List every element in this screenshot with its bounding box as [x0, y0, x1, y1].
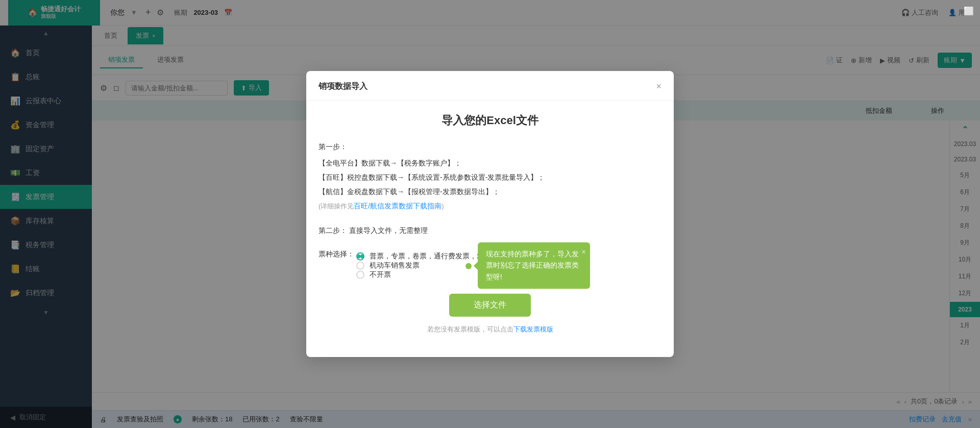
step1-section: 第一步： 【全电平台】数据下载→【税务数字账户】； 【百旺】税控盘数据下载→【系…: [318, 142, 662, 213]
step1-line3: 【航信】金税盘数据下载→【报税管理-发票数据导出】；: [318, 184, 662, 199]
step2-section: 第二步： 直接导入文件，无需整理: [318, 223, 662, 240]
download-template-link[interactable]: 下载发票模版: [513, 325, 553, 333]
step1-line2: 【百旺】税控盘数据下载→【系统设置-系统参数设置-发票批量导入】；: [318, 170, 662, 184]
step2-content: 直接导入文件，无需整理: [349, 226, 428, 234]
radio-no-invoice-label: 不开票: [370, 270, 391, 279]
step1-note: (详细操作见百旺/航信发票数据下载指南): [318, 199, 662, 213]
ticket-label: 票种选择：: [318, 250, 354, 259]
tooltip-anchor: × 现在支持的票种多了，导入发票时别忘了选择正确的发票类型呀!: [465, 261, 472, 270]
select-file-button[interactable]: 选择文件: [449, 294, 531, 317]
tooltip-text: 现在支持的票种多了，导入发票时别忘了选择正确的发票类型呀!: [486, 250, 579, 281]
window-close-button[interactable]: ×: [953, 7, 958, 16]
modal-close-button[interactable]: ×: [656, 81, 662, 92]
radio-motor-label: 机动车销售发票: [370, 261, 420, 270]
modal-overlay: 销项数据导入 × 导入您的Excel文件 第一步： 【全电平台】数据下载→【税务…: [0, 0, 980, 428]
footer-note-text: 若您没有发票模版，可以点击: [427, 325, 513, 333]
step1-guide-link[interactable]: 百旺/航信发票数据下载指南: [354, 202, 442, 210]
radio-no-invoice-circle: [356, 271, 364, 279]
modal-header: 销项数据导入 ×: [306, 71, 674, 101]
step1-note-text: (详细操作见: [318, 202, 354, 210]
radio-group: 普票，专票，卷票，通行费发票，农产品销售发票 机动车销售发票 × 现在支持的票: [356, 252, 527, 279]
modal-title: 销项数据导入: [318, 81, 368, 92]
step1-note-end: ): [442, 202, 444, 210]
tooltip-popup: × 现在支持的票种多了，导入发票时别忘了选择正确的发票类型呀!: [478, 242, 590, 289]
radio-common-circle: [356, 252, 364, 260]
step1-label: 第一步：: [318, 142, 347, 152]
window-maximize-button[interactable]: ⬜: [964, 6, 974, 16]
step1-content: 【全电平台】数据下载→【税务数字账户】； 【百旺】税控盘数据下载→【系统设置-系…: [318, 156, 662, 213]
modal-body: 导入您的Excel文件 第一步： 【全电平台】数据下载→【税务数字账户】； 【百…: [306, 101, 674, 357]
window-controls: × ⬜: [953, 6, 974, 16]
tooltip-dot: [465, 263, 472, 269]
radio-motor-circle: [356, 261, 364, 270]
step1-line1: 【全电平台】数据下载→【税务数字账户】；: [318, 156, 662, 170]
modal-footer-note: 若您没有发票模版，可以点击下载发票模版: [318, 325, 662, 334]
ticket-section: 票种选择： 普票，专票，卷票，通行费发票，农产品销售发票 机动车销售发票: [318, 250, 662, 279]
step2-label: 第二步：: [318, 226, 347, 235]
modal-main-title: 导入您的Excel文件: [318, 113, 662, 128]
import-modal: 销项数据导入 × 导入您的Excel文件 第一步： 【全电平台】数据下载→【税务…: [306, 71, 674, 357]
radio-item-motor[interactable]: 机动车销售发票 × 现在支持的票种多了，导入发票时别忘了选择正确的发票类型呀!: [356, 261, 527, 270]
tooltip-close-button[interactable]: ×: [581, 246, 585, 257]
